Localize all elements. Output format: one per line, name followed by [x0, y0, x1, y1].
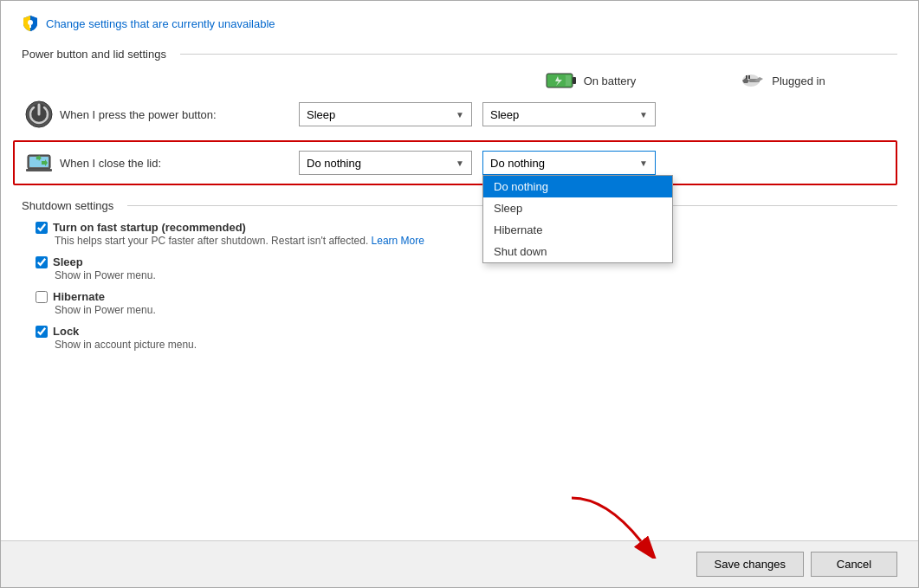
- chevron-down-icon: ▼: [639, 110, 648, 120]
- fast-startup-desc: This helps start your PC faster after sh…: [55, 235, 897, 247]
- option-do-nothing[interactable]: Do nothing: [483, 176, 672, 197]
- close-lid-plugged-value: Do nothing: [490, 157, 545, 170]
- chevron-down-icon: ▼: [639, 158, 648, 168]
- power-button-plugged-dropdown[interactable]: Sleep ▼: [482, 102, 656, 126]
- lock-desc: Show in account picture menu.: [55, 339, 897, 351]
- footer: Save changes Cancel: [1, 540, 918, 587]
- plugged-in-header: Plugged in: [686, 71, 877, 90]
- fast-startup-row: Turn on fast startup (recommended) This …: [36, 221, 897, 247]
- sleep-row: Sleep Show in Power menu.: [36, 255, 897, 281]
- change-settings-text: Change settings that are currently unava…: [46, 17, 275, 30]
- learn-more-link[interactable]: Learn More: [372, 235, 424, 247]
- option-sleep[interactable]: Sleep: [483, 197, 672, 219]
- sleep-checkbox[interactable]: [36, 256, 48, 268]
- close-lid-plugged-dropdown-container: Do nothing ▼ Do nothing Sleep Hibernate …: [482, 151, 666, 175]
- columns-header: On battery Plugged in: [22, 71, 897, 90]
- hibernate-label: Hibernate: [53, 290, 105, 303]
- close-lid-battery-value: Do nothing: [307, 157, 361, 170]
- close-lid-dropdown-menu: Do nothing Sleep Hibernate Shut down: [482, 175, 673, 263]
- change-settings-link[interactable]: Change settings that are currently unava…: [22, 15, 897, 32]
- svg-rect-3: [573, 77, 576, 84]
- hibernate-checkbox[interactable]: [36, 291, 48, 303]
- lock-label-row: Lock: [36, 325, 897, 338]
- svg-rect-9: [748, 75, 750, 79]
- power-lid-section-title: Power button and lid settings: [22, 48, 897, 61]
- shutdown-section: Shutdown settings Turn on fast startup (…: [22, 199, 897, 351]
- power-button-row: When I press the power button: Sleep ▼ S…: [22, 97, 897, 132]
- lid-icon-container: [22, 145, 56, 180]
- sleep-desc: Show in Power menu.: [55, 269, 897, 281]
- on-battery-header: On battery: [495, 71, 686, 90]
- lid-close-icon: [24, 148, 54, 178]
- sleep-label: Sleep: [53, 255, 83, 268]
- option-hibernate[interactable]: Hibernate: [483, 219, 672, 241]
- hibernate-desc: Show in Power menu.: [55, 304, 897, 316]
- hibernate-row: Hibernate Show in Power menu.: [36, 290, 897, 316]
- save-changes-button[interactable]: Save changes: [696, 552, 804, 577]
- uac-shield-icon: [22, 15, 39, 32]
- close-lid-plugged-dropdown[interactable]: Do nothing ▼: [482, 151, 656, 175]
- hibernate-label-row: Hibernate: [36, 290, 897, 303]
- cancel-button[interactable]: Cancel: [811, 552, 897, 577]
- chevron-down-icon: ▼: [456, 158, 464, 168]
- fast-startup-label: Turn on fast startup (recommended): [53, 221, 246, 234]
- settings-window: Change settings that are currently unava…: [0, 0, 919, 588]
- power-button-icon: [24, 100, 54, 129]
- svg-rect-1: [29, 25, 31, 28]
- sleep-label-row: Sleep: [36, 255, 897, 268]
- lock-checkbox[interactable]: [36, 326, 48, 338]
- chevron-down-icon: ▼: [456, 110, 464, 120]
- svg-rect-8: [746, 75, 747, 79]
- svg-point-0: [28, 20, 33, 25]
- power-button-label: When I press the power button:: [56, 108, 299, 121]
- svg-rect-14: [26, 169, 52, 171]
- battery-icon: [546, 71, 577, 90]
- lock-row: Lock Show in account picture menu.: [36, 325, 897, 351]
- power-button-plugged-value: Sleep: [490, 108, 519, 121]
- close-lid-row: When I close the lid: Do nothing ▼ Do no…: [13, 140, 897, 185]
- plugged-in-icon: [737, 71, 765, 90]
- lock-label: Lock: [53, 325, 79, 338]
- close-lid-battery-dropdown[interactable]: Do nothing ▼: [299, 151, 472, 175]
- close-lid-label: When I close the lid:: [56, 157, 299, 170]
- power-button-battery-value: Sleep: [307, 108, 335, 121]
- power-button-icon-container: [22, 97, 56, 132]
- power-button-battery-dropdown[interactable]: Sleep ▼: [299, 102, 472, 126]
- option-shut-down[interactable]: Shut down: [483, 241, 672, 262]
- content-area: Change settings that are currently unava…: [1, 1, 918, 540]
- fast-startup-checkbox[interactable]: [36, 222, 48, 234]
- fast-startup-label-row: Turn on fast startup (recommended): [36, 221, 897, 234]
- shutdown-section-title: Shutdown settings: [22, 199, 897, 212]
